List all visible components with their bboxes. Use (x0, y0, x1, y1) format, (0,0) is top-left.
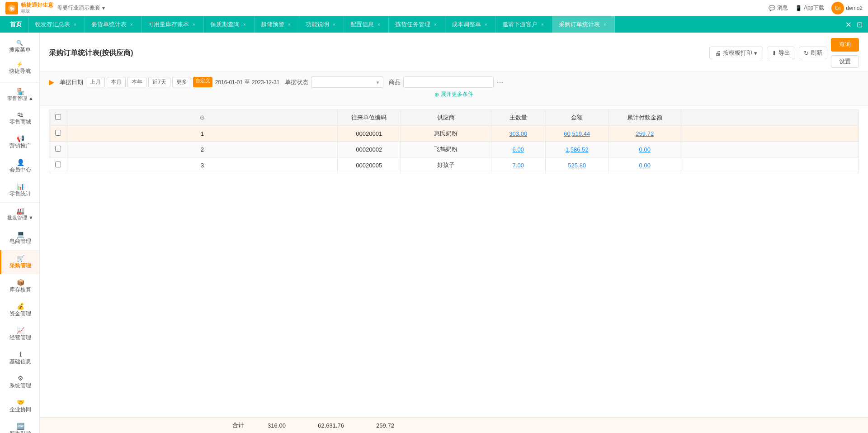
sidebar-inventory-label: 库存核算 (9, 286, 31, 294)
select-all-checkbox[interactable] (55, 114, 61, 120)
close-icon[interactable]: × (432, 21, 439, 28)
footer-total-qty: 316.00 (250, 422, 304, 429)
row-checkbox[interactable] (55, 162, 61, 167)
sidebar-item-quick-nav[interactable]: ⚡ 快捷导航 (3, 57, 37, 79)
status-filter-label: 单据状态 (285, 78, 308, 86)
sidebar-item-new-guide[interactable]: 🆕 新手引导 (0, 418, 39, 433)
tab-home[interactable]: 首页 (4, 16, 28, 33)
qty-link[interactable]: 7.00 (513, 162, 524, 169)
sidebar-item-member-center[interactable]: 👤 会员中心 (0, 154, 39, 178)
tab-invite-downstream-label: 邀请下游客户 (502, 20, 538, 29)
shortcut-more[interactable]: 更多 (172, 77, 191, 87)
cell-seq: 2 (67, 142, 338, 157)
sidebar-item-inventory-check[interactable]: 📦 库存核算 (0, 274, 39, 298)
print-label: 按模板打印 (723, 49, 752, 57)
close-icon[interactable]: × (602, 21, 608, 28)
tab-purchase-order-stat[interactable]: 采购订单统计表 × (552, 16, 615, 33)
tab-cost-adjust-label: 成本调整单 (452, 20, 481, 29)
paid-link[interactable]: 0.00 (639, 146, 651, 153)
close-icon[interactable]: × (331, 21, 337, 28)
tab-config-info[interactable]: 配置信息 × (344, 16, 389, 33)
sidebar-item-operation-mgmt[interactable]: 📈 经营管理 (0, 322, 39, 346)
sidebar-item-purchase-mgmt[interactable]: 🛒 采购管理 (0, 250, 39, 274)
paid-link[interactable]: 0.00 (639, 162, 651, 169)
print-button[interactable]: 🖨 按模板打印 ▾ (709, 47, 763, 59)
gear-icon[interactable]: ⚙ (199, 114, 205, 121)
operation-icon: 📈 (17, 327, 24, 334)
sidebar-search-label: 搜索菜单 (9, 46, 31, 54)
cell-checkbox (49, 126, 67, 142)
tab-config-info-label: 配置信息 (350, 20, 374, 29)
more-options-icon[interactable]: ··· (496, 77, 503, 87)
tab-function-desc[interactable]: 功能说明 × (299, 16, 344, 33)
user-area[interactable]: Ea demo2 (831, 2, 863, 14)
paid-link[interactable]: 259.72 (636, 130, 654, 137)
amount-link[interactable]: 1,586.52 (566, 146, 589, 153)
shortcut-this-month[interactable]: 本月 (107, 77, 126, 87)
message-action[interactable]: 💬 消息 (769, 4, 788, 12)
tab-receive-summary[interactable]: 收发存汇总表 × (28, 16, 85, 33)
export-button[interactable]: ⬇ 导出 (767, 47, 795, 59)
row-checkbox[interactable] (55, 130, 61, 136)
footer-total-amount: 62,631.76 (304, 422, 358, 429)
sidebar-marketing-label: 营销推广 (9, 142, 31, 150)
sidebar-item-search[interactable]: 🔍 搜索菜单 (3, 36, 37, 57)
expand-btn[interactable]: ⊕ 展开更多条件 (434, 90, 473, 98)
system-icon: ⚙ (18, 375, 24, 382)
shortcut-this-year[interactable]: 本年 (127, 77, 146, 87)
close-icon[interactable]: × (539, 21, 546, 28)
sidebar-item-retail-mgmt[interactable]: 🏪 零售管理 ▲ (0, 83, 39, 106)
amount-link[interactable]: 525.80 (568, 162, 586, 169)
tab-cost-adjust[interactable]: 成本调整单 × (445, 16, 496, 33)
close-icon[interactable]: × (376, 21, 382, 28)
sidebar-item-enterprise-collab[interactable]: 🤝 企业协同 (0, 394, 39, 418)
expand-tab-icon[interactable]: ⊡ (855, 20, 864, 29)
row-checkbox[interactable] (55, 146, 61, 152)
sidebar-item-retail-stats[interactable]: 📊 零售统计 (0, 178, 39, 202)
close-icon[interactable]: × (241, 21, 248, 28)
breadcrumb-text: 母婴行业演示账套 (57, 4, 100, 12)
close-icon[interactable]: × (191, 21, 197, 28)
tab-expiry-query[interactable]: 保质期查询 × (204, 16, 255, 33)
tab-available-inventory[interactable]: 可用量库存账本 × (142, 16, 204, 33)
printer-icon: 🖨 (715, 50, 721, 57)
close-icon[interactable]: × (483, 21, 489, 28)
cell-extra (681, 157, 859, 173)
qty-link[interactable]: 303.00 (509, 130, 527, 137)
breadcrumb[interactable]: 母婴行业演示账套 ▾ (57, 4, 105, 12)
app-download-action[interactable]: 📱 App下载 (795, 4, 824, 12)
settings-button[interactable]: 设置 (831, 55, 859, 68)
sidebar-item-basic-info[interactable]: ℹ 基础信息 (0, 346, 39, 370)
filter-collapse-btn[interactable]: ▶ (49, 78, 54, 86)
sidebar-item-retail-mall[interactable]: 🛍 零售商城 (0, 106, 39, 130)
close-icon[interactable]: × (286, 21, 292, 28)
close-icon[interactable]: × (72, 21, 78, 28)
close-icon[interactable]: × (128, 21, 135, 28)
tab-purchase-summary[interactable]: 要货单统计表 × (85, 16, 142, 33)
sidebar-section-retail: 🏪 零售管理 ▲ 🛍 零售商城 📢 营销推广 👤 会员中心 📊 零售统计 (0, 83, 39, 202)
refresh-button[interactable]: ↻ 刷新 (799, 47, 827, 59)
sidebar-item-ecommerce-mgmt[interactable]: 💻 电商管理 (0, 226, 39, 250)
shortcut-last-month[interactable]: 上月 (86, 77, 105, 87)
sidebar-item-wholesale-mgmt[interactable]: 🏭 批发管理 ▼ (0, 203, 39, 226)
ecommerce-icon: 💻 (17, 230, 24, 238)
amount-link[interactable]: 60,519.44 (564, 130, 590, 137)
chevron-down-icon: ▾ (754, 50, 757, 57)
sidebar-item-marketing[interactable]: 📢 营销推广 (0, 130, 39, 154)
sidebar-item-finance-mgmt[interactable]: 💰 资金管理 (0, 298, 39, 322)
sidebar-item-system-mgmt[interactable]: ⚙ 系统管理 (0, 370, 39, 394)
close-tab-icon[interactable]: ✕ (844, 20, 853, 29)
tab-invite-downstream[interactable]: 邀请下游客户 × (496, 16, 552, 33)
qty-link[interactable]: 6.00 (513, 146, 524, 153)
goods-filter-item: 商品 ··· (389, 76, 503, 88)
tab-pick-task[interactable]: 拣货任务管理 × (389, 16, 445, 33)
query-button[interactable]: 查询 (831, 38, 859, 52)
export-icon: ⬇ (772, 50, 777, 57)
tab-overstock-warning[interactable]: 超储预警 × (255, 16, 299, 33)
tab-home-label: 首页 (10, 20, 22, 29)
col-supplier-header: 供应商 (401, 110, 491, 126)
sidebar-retail-mgmt-label: 零售管理 ▲ (7, 95, 33, 102)
shortcut-7days[interactable]: 近7天 (148, 77, 170, 87)
goods-input[interactable] (403, 76, 494, 88)
status-select[interactable] (311, 76, 383, 88)
